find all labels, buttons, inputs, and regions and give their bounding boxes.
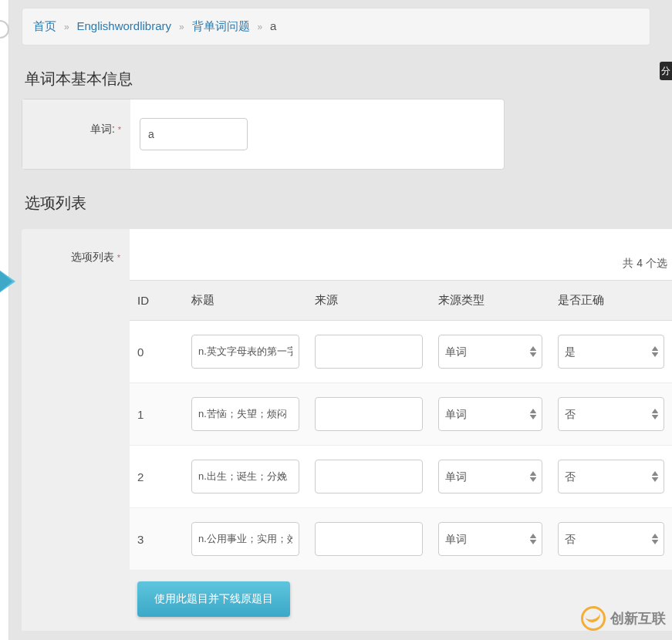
options-table: ID 标题 来源 来源类型 是否正确 0单词是1单词否2单词否3单词否 xyxy=(130,280,672,571)
left-arrow-indicator xyxy=(0,266,15,297)
row-source-type-select[interactable]: 单词 xyxy=(438,335,542,369)
row-id: 0 xyxy=(130,321,184,383)
column-header-source-type: 来源类型 xyxy=(431,281,550,321)
table-row: 2单词否 xyxy=(130,446,672,508)
row-correct-select[interactable]: 是 xyxy=(558,335,664,369)
breadcrumb-separator: » xyxy=(64,22,69,32)
row-title-input[interactable] xyxy=(191,522,299,556)
watermark-text: 创新互联 xyxy=(610,609,666,628)
table-row: 0单词是 xyxy=(130,321,672,383)
row-id: 3 xyxy=(130,508,184,571)
row-id: 2 xyxy=(130,446,184,508)
column-header-id: ID xyxy=(130,281,184,321)
row-source-type-select[interactable]: 单词 xyxy=(438,460,542,493)
word-label: 单词: xyxy=(90,123,115,135)
breadcrumb-separator: » xyxy=(179,22,184,32)
options-count: 共 4 个选 xyxy=(130,229,672,280)
row-source-type-select[interactable]: 单词 xyxy=(438,522,542,556)
required-marker: * xyxy=(118,125,121,134)
row-title-input[interactable] xyxy=(191,460,299,493)
breadcrumb-link-home[interactable]: 首页 xyxy=(33,19,56,32)
basic-info-panel: 单词: * xyxy=(22,99,505,170)
row-id: 1 xyxy=(130,383,184,446)
section-title-options: 选项列表 xyxy=(25,193,672,214)
breadcrumb: 首页 » Englishwordlibrary » 背单词问题 » a xyxy=(22,8,650,45)
table-row: 1单词否 xyxy=(130,383,672,446)
row-correct-select[interactable]: 否 xyxy=(558,522,664,556)
required-marker: * xyxy=(117,253,120,262)
left-edge-panel xyxy=(0,0,9,640)
breadcrumb-link-question[interactable]: 背单词问题 xyxy=(192,19,250,32)
row-title-input[interactable] xyxy=(191,397,299,431)
column-header-correct: 是否正确 xyxy=(550,281,672,321)
options-list-label: 选项列表 xyxy=(71,251,114,263)
row-source-type-select[interactable]: 单词 xyxy=(438,397,542,431)
watermark-logo: 创新互联 xyxy=(581,606,666,631)
column-header-title: 标题 xyxy=(184,281,307,321)
use-and-offline-button[interactable]: 使用此题目并下线原题目 xyxy=(137,581,290,617)
column-header-source: 来源 xyxy=(307,281,431,321)
watermark-icon xyxy=(581,606,606,631)
word-input[interactable] xyxy=(140,118,248,150)
breadcrumb-link-library[interactable]: Englishwordlibrary xyxy=(76,19,171,32)
row-source-input[interactable] xyxy=(315,522,423,556)
row-source-input[interactable] xyxy=(315,460,423,493)
row-title-input[interactable] xyxy=(191,335,299,369)
table-row: 3单词否 xyxy=(130,508,672,571)
section-title-basic-info: 单词本基本信息 xyxy=(25,69,672,89)
breadcrumb-current: a xyxy=(270,19,276,32)
right-side-tab[interactable]: 分 xyxy=(660,62,672,80)
row-source-input[interactable] xyxy=(315,335,423,369)
row-correct-select[interactable]: 否 xyxy=(558,460,664,493)
row-correct-select[interactable]: 否 xyxy=(558,397,664,431)
row-source-input[interactable] xyxy=(315,397,423,431)
breadcrumb-separator: » xyxy=(257,22,262,32)
